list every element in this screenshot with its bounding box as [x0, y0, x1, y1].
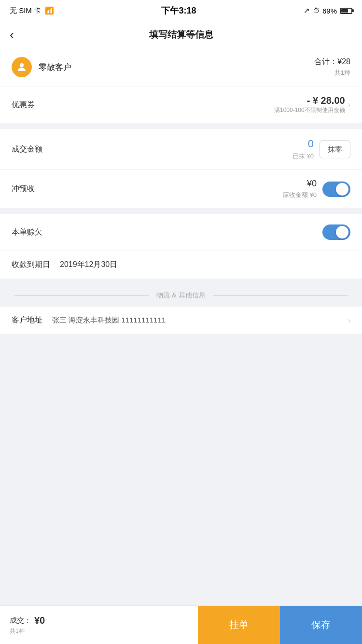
transaction-right: 0 已抹 ¥0 抹零 [292, 138, 350, 161]
customer-total: 合计：¥28 共1种 [314, 57, 350, 77]
address-label: 客户地址 [12, 315, 42, 325]
hold-button[interactable]: 挂单 [198, 606, 280, 644]
coupon-amount: - ¥ 28.00 [274, 95, 345, 106]
alarm-icon: ⏱ [313, 7, 320, 14]
save-button[interactable]: 保存 [280, 606, 362, 644]
debt-row: 本单赊欠 [0, 214, 362, 251]
status-right: ↗ ⏱ 69% [304, 6, 352, 15]
sep-line-right [213, 295, 348, 296]
transaction-value: 0 [292, 138, 314, 150]
battery-percent: 69% [322, 7, 337, 15]
transaction-sub: 已抹 ¥0 [292, 152, 314, 161]
coupon-right: - ¥ 28.00 满1000-100不限制使用金额 › [274, 95, 350, 114]
sep-line-left [14, 295, 149, 296]
coupon-label: 优惠券 [12, 100, 35, 110]
back-button[interactable]: ‹ [10, 27, 14, 42]
page-title: 填写结算等信息 [149, 28, 213, 41]
content-area: 零散客户 合计：¥28 共1种 优惠券 - ¥ 28.00 满1000-100不… [0, 48, 362, 469]
save-label: 保存 [311, 618, 331, 631]
empty-area [0, 334, 362, 431]
nav-bar: ‹ 填写结算等信息 [0, 21, 362, 48]
carrier-label: 无 SIM 卡 [10, 6, 41, 15]
deal-amount: ¥0 [34, 615, 45, 626]
address-row[interactable]: 客户地址 张三 海淀永丰科技园 11111111111 › [0, 307, 362, 334]
total-amount: 合计：¥28 [314, 57, 350, 67]
deal-label: 成交： [10, 616, 31, 625]
prepayment-label: 冲预收 [12, 184, 35, 194]
round-zero-button[interactable]: 抹零 [320, 140, 350, 158]
battery-icon [340, 8, 352, 14]
transaction-label: 成交金额 [12, 144, 42, 154]
status-time: 下午3:18 [161, 5, 196, 16]
coupon-desc: 满1000-100不限制使用金额 [274, 106, 345, 114]
coupon-info: - ¥ 28.00 满1000-100不限制使用金额 [274, 95, 345, 114]
debt-section: 本单赊欠 收款到期日 2019年12月30日 [0, 214, 362, 279]
debt-toggle[interactable] [322, 224, 350, 240]
wifi-icon: 📶 [45, 6, 54, 15]
address-value: 张三 海淀永丰科技园 11111111111 [52, 316, 344, 325]
customer-name: 零散客户 [39, 62, 71, 73]
hold-label: 挂单 [229, 618, 249, 631]
customer-section: 零散客户 合计：¥28 共1种 优惠券 - ¥ 28.00 满1000-100不… [0, 48, 362, 123]
prepayment-right: ¥0 应收金额 ¥0 [283, 179, 350, 199]
due-date-value: 2019年12月30日 [60, 260, 117, 270]
bottom-info: 成交： ¥0 共1种 [0, 606, 198, 644]
location-icon: ↗ [304, 6, 310, 15]
debt-label: 本单赊欠 [12, 227, 42, 238]
transaction-col: 0 已抹 ¥0 [292, 138, 314, 161]
avatar [12, 57, 32, 77]
chevron-right-icon: › [348, 100, 350, 109]
logistics-separator: 物流 & 其他信息 [0, 284, 362, 307]
status-left: 无 SIM 卡 📶 [10, 6, 54, 15]
transaction-section: 成交金额 0 已抹 ¥0 抹零 冲预收 ¥0 应收金额 ¥0 [0, 129, 362, 208]
total-count: 共1种 [314, 69, 350, 77]
customer-left: 零散客户 [12, 57, 71, 77]
due-date-label: 收款到期日 [12, 260, 50, 270]
bottom-bar: 成交： ¥0 共1种 挂单 保存 [0, 605, 362, 644]
prepayment-sub: 应收金额 ¥0 [283, 191, 317, 199]
prepayment-col: ¥0 应收金额 ¥0 [283, 179, 317, 199]
address-chevron-icon: › [348, 316, 350, 325]
coupon-row[interactable]: 优惠券 - ¥ 28.00 满1000-100不限制使用金额 › [0, 86, 362, 123]
due-date-row: 收款到期日 2019年12月30日 [0, 251, 362, 279]
back-icon: ‹ [10, 27, 14, 42]
prepayment-row: 冲预收 ¥0 应收金额 ¥0 [0, 170, 362, 208]
deal-row: 成交： ¥0 [10, 615, 188, 626]
customer-row: 零散客户 合计：¥28 共1种 [0, 48, 362, 86]
bottom-count: 共1种 [10, 627, 188, 635]
transaction-amount-row: 成交金额 0 已抹 ¥0 抹零 [0, 129, 362, 170]
logistics-label: 物流 & 其他信息 [156, 291, 205, 300]
prepayment-toggle[interactable] [322, 182, 350, 197]
status-bar: 无 SIM 卡 📶 下午3:18 ↗ ⏱ 69% [0, 0, 362, 21]
prepayment-amount: ¥0 [283, 179, 317, 189]
svg-point-0 [20, 63, 24, 67]
